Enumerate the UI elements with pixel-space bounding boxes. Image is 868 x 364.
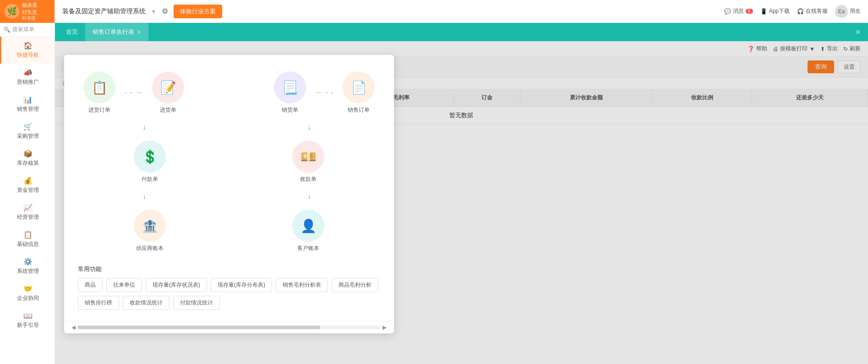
home-icon: 🏠 <box>23 41 33 50</box>
scroll-right-icon[interactable]: ▶ <box>382 324 387 331</box>
message-icon: 💬 <box>724 8 731 15</box>
func-btn-stock-dist[interactable]: 现存量(库存分布表) <box>211 278 272 292</box>
supplier-ledger-icon: 🏦 <box>134 210 166 242</box>
sidebar-item-inventory[interactable]: 📦 库存核算 <box>0 145 55 172</box>
flow-node-purchase-bill[interactable]: 📝 进货单 <box>147 66 190 120</box>
marketing-icon: 📣 <box>23 68 33 77</box>
func-btn-payment-stats[interactable]: 付款情况统计 <box>173 296 220 310</box>
logo: 🌿 畅康通 好生意 标准版 <box>0 0 55 23</box>
top-header: 装备及固定资产辅助管理系统 ▼ ⚙ 体验行业方案 💬 消息 6 📱 App下载 … <box>55 0 868 23</box>
sidebar: 🌿 畅康通 好生意 标准版 🔍 搜索菜单 🏠 快捷导航 📣 营销推广 📊 销售管… <box>0 0 55 364</box>
sidebar-item-operation[interactable]: 📈 经营管理 <box>0 199 55 226</box>
try-button[interactable]: 体验行业方案 <box>174 5 222 18</box>
purchase-icon: 🛒 <box>23 122 33 131</box>
system-title: 装备及固定资产辅助管理系统 <box>62 7 146 16</box>
settings-icon[interactable]: ⚙ <box>162 7 168 16</box>
logo-icon: 🌿 <box>5 4 19 19</box>
sales-bill-icon: 📃 <box>274 71 306 103</box>
operation-icon: 📈 <box>23 203 33 212</box>
message-badge: 6 <box>746 9 753 14</box>
scrollbar-track[interactable] <box>77 326 381 329</box>
flow-node-purchase-order[interactable]: 📋 进货订单 <box>78 66 121 120</box>
receipt-bill-icon: 💴 <box>292 141 324 173</box>
arrow-left-1: ← - - <box>311 88 337 98</box>
system-dropdown-icon[interactable]: ▼ <box>151 9 156 14</box>
main-content: 装备及固定资产辅助管理系统 ▼ ⚙ 体验行业方案 💬 消息 6 📱 App下载 … <box>55 0 868 364</box>
arrow-down-1: ↓ <box>124 123 165 131</box>
avatar: Ea <box>835 5 848 18</box>
arrow-down-3: ↓ <box>124 192 165 201</box>
system-icon: ⚙️ <box>23 257 33 266</box>
service-icon: 🎧 <box>797 8 804 15</box>
common-functions: 常用功能 商品 往来单位 现存量(库存状况表) 现存量(库存分布表) 销售毛利分… <box>78 265 380 310</box>
purchase-bill-icon: 📝 <box>152 71 184 103</box>
user-menu[interactable]: Ea 用友 <box>835 5 861 18</box>
sales-order-icon: 📄 <box>343 71 375 103</box>
arrow-right-1: - - → <box>121 88 147 98</box>
cooperation-icon: 🤝 <box>23 284 33 293</box>
sales-icon: 📊 <box>23 95 33 104</box>
online-service-button[interactable]: 🎧 在线客服 <box>797 7 828 15</box>
flow-node-customer-ledger[interactable]: 👤 客户账本 <box>287 204 330 258</box>
sidebar-item-cooperation[interactable]: 🤝 企业协同 <box>0 280 55 307</box>
flow-node-payment-bill[interactable]: 💲 付款单 <box>128 135 171 189</box>
finance-icon: 💰 <box>23 176 33 185</box>
flow-node-supplier-ledger[interactable]: 🏦 供应商账本 <box>128 204 171 258</box>
scrollbar-thumb <box>77 326 320 329</box>
customer-ledger-icon: 👤 <box>292 210 324 242</box>
modal-dialog: 📋 进货订单 - - → 📝 进货单 <box>64 55 394 333</box>
modal-overlay[interactable]: 📋 进货订单 - - → 📝 进货单 <box>55 41 868 364</box>
flow-node-receipt-bill[interactable]: 💴 收款单 <box>287 135 330 189</box>
search-menu[interactable]: 🔍 搜索菜单 <box>0 23 55 37</box>
func-btn-receipt-stats[interactable]: 收款情况统计 <box>123 296 169 310</box>
baseinfo-icon: 📋 <box>23 230 33 239</box>
function-buttons-row2: 销售排行榜 收款情况统计 付款情况统计 <box>78 296 380 310</box>
func-btn-sales-rank[interactable]: 销售排行榜 <box>78 296 119 310</box>
app-download-button[interactable]: 📱 App下载 <box>760 7 790 15</box>
content-area: ❓ 帮助 🖨 按模板打印 ▼ ⬆ 导出 ↻ 刷新 <box>55 41 868 364</box>
sidebar-nav: 🏠 快捷导航 📣 营销推广 📊 销售管理 🛒 采购管理 📦 库存核算 💰 资金管… <box>0 37 55 364</box>
tab-close-icon[interactable]: ✕ <box>137 29 141 35</box>
arrow-down-2: ↓ <box>289 123 330 131</box>
message-button[interactable]: 💬 消息 6 <box>724 7 753 15</box>
sidebar-item-base-info[interactable]: 📋 基础信息 <box>0 226 55 253</box>
newbie-icon: 📖 <box>23 311 33 320</box>
payment-bill-icon: 💲 <box>134 141 166 173</box>
download-icon: 📱 <box>760 8 767 15</box>
sidebar-item-sales[interactable]: 📊 销售管理 <box>0 91 55 118</box>
search-icon: 🔍 <box>4 27 11 33</box>
sidebar-item-marketing[interactable]: 📣 营销推广 <box>0 64 55 91</box>
sidebar-item-quick-nav[interactable]: 🏠 快捷导航 <box>0 37 55 64</box>
scroll-left-icon[interactable]: ◀ <box>71 324 76 331</box>
header-actions: 💬 消息 6 📱 App下载 🎧 在线客服 Ea 用友 <box>724 5 861 18</box>
modal-scrollbar: ◀ ▶ <box>64 321 394 333</box>
inventory-icon: 📦 <box>23 149 33 158</box>
flow-node-sales-order[interactable]: 📄 销售订单 <box>337 66 380 120</box>
flow-node-sales-bill[interactable]: 📃 销货单 <box>268 66 311 120</box>
func-btn-sales-profit[interactable]: 销售毛利分析表 <box>276 278 328 292</box>
function-buttons-row1: 商品 往来单位 现存量(库存状况表) 现存量(库存分布表) 销售毛利分析表 商品… <box>78 278 380 292</box>
func-btn-product-profit[interactable]: 商品毛利分析 <box>332 278 378 292</box>
sidebar-item-purchase[interactable]: 🛒 采购管理 <box>0 118 55 145</box>
sidebar-item-system[interactable]: ⚙️ 系统管理 <box>0 253 55 280</box>
logo-text: 畅康通 好生意 标准版 <box>22 2 37 21</box>
common-functions-title: 常用功能 <box>78 265 380 273</box>
func-btn-product[interactable]: 商品 <box>78 278 103 292</box>
func-btn-stock-status[interactable]: 现存量(库存状况表) <box>146 278 207 292</box>
purchase-order-icon: 📋 <box>83 71 115 103</box>
sidebar-item-finance[interactable]: 💰 资金管理 <box>0 172 55 199</box>
sidebar-item-newbie[interactable]: 📖 新手引导 <box>0 307 55 334</box>
tabs-bar: 首页 销售订单执行表 ✕ ✕ <box>55 23 868 41</box>
close-all-button[interactable]: ✕ <box>852 28 864 36</box>
arrow-down-4: ↓ <box>289 192 330 201</box>
tab-home[interactable]: 首页 <box>59 23 85 41</box>
func-btn-partner[interactable]: 往来单位 <box>106 278 142 292</box>
modal-content: 📋 进货订单 - - → 📝 进货单 <box>64 55 394 321</box>
tab-sales-order[interactable]: 销售订单执行表 ✕ <box>85 23 148 41</box>
